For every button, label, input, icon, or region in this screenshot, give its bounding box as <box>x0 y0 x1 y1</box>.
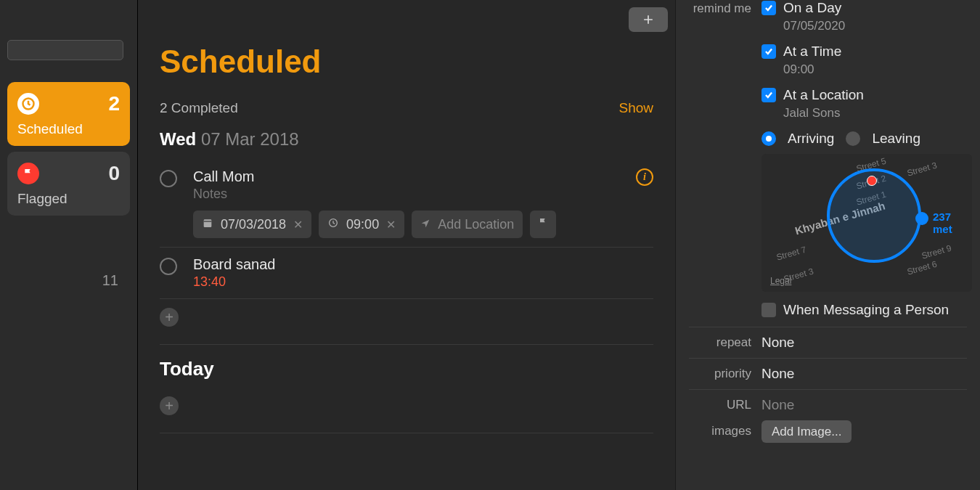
map-pin-icon <box>867 176 877 186</box>
location-arrow-icon <box>420 217 430 232</box>
svg-rect-1 <box>204 219 212 227</box>
images-label: images <box>689 424 761 438</box>
at-time-value[interactable]: 09:00 <box>783 62 972 77</box>
geofence-handle[interactable] <box>915 212 928 225</box>
completed-row: 2 Completed Show <box>160 100 653 116</box>
url-value[interactable]: None <box>761 397 967 413</box>
info-button[interactable]: i <box>636 168 653 186</box>
flagged-count: 0 <box>108 162 120 185</box>
date-chip[interactable]: 07/03/2018 ✕ <box>193 211 311 238</box>
scheduled-count: 2 <box>108 92 120 115</box>
sidebar-item-label: Scheduled <box>17 121 120 137</box>
flag-icon <box>17 163 39 184</box>
at-location-value[interactable]: Jalal Sons <box>783 106 972 121</box>
page-title: Scheduled <box>160 44 653 80</box>
location-map[interactable]: Street 5 Street 3 Street 2 Street 1 Khya… <box>761 154 972 292</box>
at-time-checkbox[interactable] <box>761 44 776 59</box>
add-task-button[interactable]: + <box>160 308 179 327</box>
priority-label: priority <box>689 367 761 381</box>
clear-time-icon[interactable]: ✕ <box>386 218 396 232</box>
task-title[interactable]: Call Mom <box>193 168 636 185</box>
arriving-label: Arriving <box>788 131 834 147</box>
priority-value[interactable]: None <box>761 366 967 382</box>
completed-count: 2 Completed <box>160 100 238 116</box>
repeat-label: repeat <box>689 335 761 350</box>
on-day-label: On a Day <box>783 0 841 16</box>
on-day-value[interactable]: 07/05/2020 <box>783 19 972 33</box>
on-day-checkbox[interactable] <box>761 1 776 15</box>
add-task-button[interactable]: + <box>160 396 179 415</box>
today-header: Today <box>160 358 653 380</box>
complete-toggle[interactable] <box>160 170 177 187</box>
arriving-radio[interactable] <box>761 131 776 146</box>
add-image-button[interactable]: Add Image... <box>761 420 852 443</box>
location-chip[interactable]: Add Location <box>412 211 523 238</box>
add-task-row: + <box>160 388 653 433</box>
messaging-checkbox[interactable] <box>761 303 776 317</box>
inspector-panel: remind me On a Day 07/05/2020 At a Time … <box>675 0 980 490</box>
clear-date-icon[interactable]: ✕ <box>293 218 303 232</box>
geofence-distance: 237 met <box>933 211 972 235</box>
task-row[interactable]: Call Mom Notes 07/03/2018 ✕ 09:00 ✕ <box>160 160 653 248</box>
add-reminder-button[interactable] <box>629 7 668 32</box>
leaving-radio[interactable] <box>846 131 860 146</box>
clock-icon <box>17 93 39 115</box>
complete-toggle[interactable] <box>160 258 177 275</box>
sidebar-item-flagged[interactable]: 0 Flagged <box>7 152 130 216</box>
date-header: Wed 07 Mar 2018 <box>160 129 653 150</box>
flag-chip[interactable] <box>530 211 556 238</box>
url-label: URL <box>689 398 761 412</box>
sidebar-item-scheduled[interactable]: 2 Scheduled <box>7 82 130 146</box>
at-location-checkbox[interactable] <box>761 88 776 102</box>
show-completed-button[interactable]: Show <box>618 100 653 116</box>
flag-icon <box>537 217 549 232</box>
at-location-label: At a Location <box>783 87 864 103</box>
sidebar-item-label: Flagged <box>17 191 120 207</box>
add-task-row: + <box>160 299 653 345</box>
leaving-label: Leaving <box>872 131 920 147</box>
map-legal-link[interactable]: Legal <box>770 276 791 286</box>
task-notes[interactable]: Notes <box>193 187 636 202</box>
remind-me-label: remind me <box>689 0 761 16</box>
messaging-label: When Messaging a Person <box>783 302 949 318</box>
at-time-label: At a Time <box>783 44 841 60</box>
search-input[interactable] <box>7 40 123 60</box>
main-content: Scheduled 2 Completed Show Wed 07 Mar 20… <box>138 0 675 490</box>
task-row[interactable]: Board sanad 13:40 <box>160 248 653 299</box>
calendar-icon <box>202 217 213 232</box>
sidebar: 2 Scheduled 0 Flagged 11 <box>0 0 138 490</box>
task-overdue-time: 13:40 <box>193 274 653 290</box>
list-count: 11 <box>7 221 130 289</box>
task-title[interactable]: Board sanad <box>193 256 653 273</box>
repeat-value[interactable]: None <box>761 335 967 351</box>
time-chip[interactable]: 09:00 ✕ <box>319 211 404 238</box>
clock-icon <box>327 217 339 232</box>
